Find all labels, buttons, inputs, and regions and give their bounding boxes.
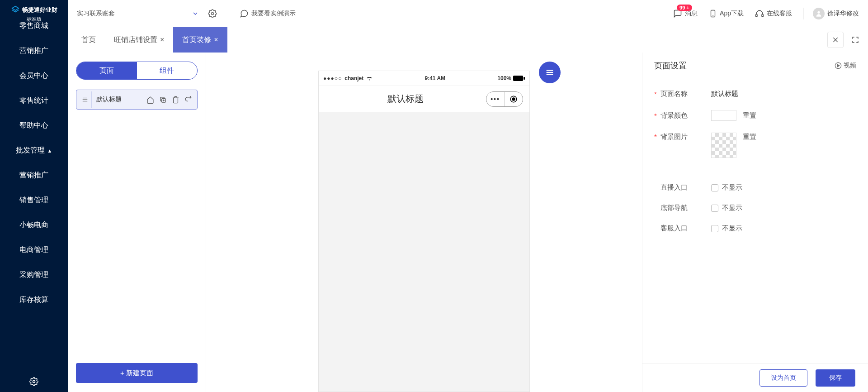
- svg-rect-16: [524, 77, 525, 80]
- messages-button[interactable]: 99 + 消息: [673, 9, 698, 18]
- main-shell: 零售商城 营销推广 会员中心 零售统计 帮助中心 批发管理 ▲ 营销推广 销售管…: [0, 27, 868, 392]
- tab-home[interactable]: 首页: [72, 27, 105, 53]
- nav-item-retail-stats[interactable]: 零售统计: [0, 88, 68, 113]
- page-list-item[interactable]: 默认标题: [76, 90, 198, 110]
- nav-item-wholesale[interactable]: 批发管理 ▲: [0, 138, 68, 163]
- nav-item-help[interactable]: 帮助中心: [0, 113, 68, 138]
- hide-text: 不显示: [722, 204, 742, 212]
- close-all-button[interactable]: [827, 32, 844, 48]
- account-selector-label: 实习联系账套: [77, 10, 115, 18]
- user-menu[interactable]: 徐泽华修改: [803, 8, 859, 19]
- nav-item-marketing-2[interactable]: 营销推广: [0, 163, 68, 188]
- label-bg-image: 背景图片: [660, 133, 698, 141]
- nav-item-xiaochang[interactable]: 小畅电商: [0, 213, 68, 238]
- color-swatch[interactable]: [711, 110, 736, 121]
- label-cs: 客服入口: [660, 224, 698, 233]
- workspace: 页面 组件 默认标题 + 新建页面: [68, 53, 868, 392]
- fullscreen-button[interactable]: [847, 32, 863, 48]
- drag-handle-icon[interactable]: [78, 91, 92, 108]
- demo-link-label: 我要看实例演示: [251, 10, 296, 18]
- settings-button[interactable]: [208, 9, 226, 18]
- headset-icon: [755, 9, 764, 18]
- chat-icon: [240, 9, 249, 18]
- nav-settings-button[interactable]: [0, 371, 68, 392]
- row-bg-image: * 背景图片 重置: [654, 133, 856, 158]
- messages-badge: 99 +: [677, 5, 692, 11]
- battery-icon: [513, 76, 525, 81]
- app-download-button[interactable]: App下载: [709, 9, 744, 18]
- svg-point-18: [512, 98, 515, 100]
- checkbox-live[interactable]: [711, 184, 718, 191]
- label-bottom-nav: 底部导航: [660, 204, 698, 212]
- segment-component[interactable]: 组件: [137, 62, 198, 79]
- right-panel-header: 页面设置 视频: [642, 53, 868, 79]
- time-label: 9:41 AM: [373, 75, 497, 81]
- home-icon[interactable]: [146, 96, 157, 104]
- caret-up-icon: ▲: [47, 148, 52, 153]
- left-panel: 页面 组件 默认标题 + 新建页面: [68, 53, 206, 392]
- online-cs-button[interactable]: 在线客服: [755, 9, 792, 18]
- page-name: 默认标题: [94, 96, 145, 104]
- reset-bg-color[interactable]: 重置: [743, 111, 756, 120]
- right-panel-title: 页面设置: [654, 60, 687, 71]
- nav-item-sales[interactable]: 销售管理: [0, 188, 68, 213]
- online-cs-label: 在线客服: [767, 10, 792, 18]
- hide-text: 不显示: [722, 224, 742, 233]
- row-cs: 客服入口 不显示: [654, 224, 856, 233]
- wifi-icon: [366, 75, 373, 81]
- tab-home-decorate[interactable]: 首页装修 ×: [173, 27, 227, 53]
- app-download-label: App下载: [720, 10, 744, 18]
- new-page-button[interactable]: + 新建页面: [76, 363, 198, 383]
- export-icon[interactable]: [184, 96, 195, 104]
- avatar: [813, 8, 825, 19]
- right-panel-footer: 设为首页 保存: [642, 363, 868, 392]
- mini-program-controls: •••: [486, 91, 523, 107]
- label-bg-color: 背景颜色: [660, 111, 698, 120]
- row-bg-color: * 背景颜色 重置: [654, 110, 856, 121]
- nav-item-retail-mall[interactable]: 零售商城: [0, 14, 68, 38]
- svg-rect-15: [513, 76, 523, 81]
- close-icon[interactable]: ×: [214, 36, 218, 44]
- video-link[interactable]: 视频: [835, 62, 856, 70]
- signal-icon: ●●●○○: [323, 75, 342, 81]
- right-panel-body: * 页面名称 默认标题 * 背景颜色 重置 * 背景图片 重置: [642, 79, 868, 363]
- checkbox-bottom-nav[interactable]: [711, 205, 718, 212]
- demo-link[interactable]: 我要看实例演示: [240, 9, 296, 18]
- reset-bg-image[interactable]: 重置: [743, 133, 756, 141]
- nav-item-purchase[interactable]: 采购管理: [0, 263, 68, 287]
- left-nav: 零售商城 营销推广 会员中心 零售统计 帮助中心 批发管理 ▲ 营销推广 销售管…: [0, 27, 68, 392]
- row-live: 直播入口 不显示: [654, 183, 856, 192]
- value-page-name[interactable]: 默认标题: [711, 90, 738, 98]
- phone-preview: ●●●○○ chanjet 9:41 AM 100% 默认标题: [318, 71, 530, 392]
- image-swatch[interactable]: [711, 133, 736, 158]
- set-home-button[interactable]: 设为首页: [760, 369, 807, 387]
- battery-label: 100%: [497, 75, 511, 81]
- more-icon[interactable]: •••: [486, 92, 505, 106]
- topbar: 畅捷通好业财 标准版 实习联系账套 我要看实例演示 99 + 消息 App下载: [0, 0, 868, 27]
- hide-text: 不显示: [722, 183, 742, 192]
- target-icon[interactable]: [505, 92, 523, 106]
- save-button[interactable]: 保存: [816, 369, 855, 387]
- phone-nav-bar: 默认标题 •••: [319, 86, 529, 112]
- segment-control: 页面 组件: [76, 62, 198, 80]
- brand-name: 畅捷通好业财: [22, 6, 57, 14]
- phone-icon: [709, 9, 717, 18]
- right-area: 首页 旺铺店铺设置 × 首页装修 ×: [68, 27, 868, 392]
- carrier-label: chanjet: [344, 75, 363, 81]
- segment-page[interactable]: 页面: [76, 62, 137, 79]
- nav-item-marketing[interactable]: 营销推广: [0, 38, 68, 63]
- svg-marker-23: [838, 64, 840, 67]
- close-icon[interactable]: ×: [160, 36, 164, 44]
- nav-item-ecom-mgmt[interactable]: 电商管理: [0, 238, 68, 263]
- nav-item-member[interactable]: 会员中心: [0, 63, 68, 88]
- nav-item-inventory[interactable]: 库存核算: [0, 287, 68, 312]
- delete-icon[interactable]: [172, 96, 183, 104]
- tab-shop-settings[interactable]: 旺铺店铺设置 ×: [105, 27, 173, 53]
- components-fab[interactable]: [539, 62, 561, 83]
- checkbox-cs[interactable]: [711, 225, 718, 232]
- copy-icon[interactable]: [159, 96, 170, 104]
- label-live: 直播入口: [660, 183, 698, 192]
- account-selector[interactable]: 实习联系账套: [68, 0, 208, 27]
- user-name: 徐泽华修改: [827, 10, 859, 18]
- row-page-name: * 页面名称 默认标题: [654, 90, 856, 98]
